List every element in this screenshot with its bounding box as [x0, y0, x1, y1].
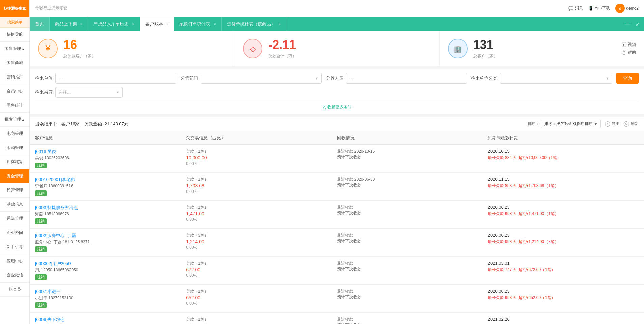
customer-name-link[interactable]: [0001020001]李老师 [35, 177, 75, 182]
filter-balance-input[interactable]: 选择... ▼ [55, 87, 123, 98]
search-menu[interactable]: 搜索菜单 [0, 17, 29, 28]
sidebar-item-会员中心[interactable]: 会员中心 [0, 84, 29, 98]
sidebar-item-采购管理[interactable]: 采购管理 [0, 141, 29, 155]
refresh-button[interactable]: ↻ 刷新 [624, 121, 639, 127]
filter-category-input[interactable]: ▼ [500, 73, 612, 84]
topbar-app-download[interactable]: 📱 App下载 [588, 5, 610, 11]
sidebar-item-快捷导航[interactable]: 快捷导航 [0, 28, 29, 42]
sidebar-item-基础信息[interactable]: 基础信息 [0, 198, 29, 212]
customer-name-link[interactable]: [0003]畅捷服务尹海燕 [35, 205, 78, 210]
customer-name-link[interactable]: [0002]服务中心_丁磊 [35, 233, 76, 238]
customer-name-link[interactable]: [0016]吴俊 [35, 149, 56, 154]
window-maximize-icon[interactable]: ⤢ [634, 21, 641, 27]
overdue-amount[interactable]: 超期¥1,471.00（1笔） [518, 211, 559, 216]
debt-amount: 652.00 [186, 295, 337, 300]
sidebar-nav: 快捷导航零售管理▲零售商城营销推广会员中心零售统计批发管理▲电商管理采购管理库存… [0, 28, 29, 324]
tabbar: 首页商品上下架×产成品入库单历史×客户账本×采购订单统计表×进货单统计表（按商品… [30, 17, 644, 31]
tab-close-icon[interactable]: × [214, 22, 216, 26]
tab-客户账本[interactable]: 客户账本× [140, 17, 174, 31]
debt-percent: 0.00% [186, 217, 337, 222]
sidebar-item-零售统计[interactable]: 零售统计 [0, 98, 29, 113]
overdue-text: 最长欠款 998 天 超期¥652.00（1笔） [488, 295, 639, 301]
tab-商品上下架[interactable]: 商品上下架× [50, 17, 88, 31]
tab-close-icon[interactable]: × [132, 22, 134, 26]
tab-产成品入库单历史[interactable]: 产成品入库单历史× [88, 17, 140, 31]
tab-close-icon[interactable]: × [166, 22, 168, 26]
filter-person-input[interactable]: ··· [346, 73, 467, 84]
sidebar-item-畅会员[interactable]: 畅会员 [0, 283, 29, 297]
overdue-text: 最长欠款 998 天 超期¥1,471.00（1笔） [488, 211, 639, 217]
overdue-amount[interactable]: 超期¥672.00（1笔） [518, 267, 555, 272]
filter-unit-dots: ··· [58, 76, 64, 81]
repayment-info-cell: 最近收款 预计下次收款 [337, 233, 488, 244]
debt-percent: 0.00% [186, 301, 337, 306]
sidebar-item-企业协同[interactable]: 企业协同 [0, 226, 29, 240]
logo-text: 畅捷通好生意 [4, 6, 26, 11]
video-action[interactable]: ▶ 视频 [622, 42, 636, 48]
export-icon: ○ [605, 121, 610, 127]
svg-text:◇: ◇ [250, 45, 256, 53]
sidebar-item-批发管理[interactable]: 批发管理▲ [0, 113, 29, 127]
repayment-info-cell: 最近收款 预计下次收款 [337, 261, 488, 272]
sidebar-item-企业微信[interactable]: 企业微信 [0, 268, 29, 283]
main-area: 母婴行业演示账套 💬 消息 📱 App下载 d demo2 首页商品上下架×产成… [30, 0, 644, 324]
sidebar-item-经营管理[interactable]: 经营管理 [0, 183, 29, 198]
sidebar-item-营销推广[interactable]: 营销推广 [0, 70, 29, 84]
refresh-icon: ↻ [624, 121, 629, 127]
due-date-cell: 2020.10.15 最长欠款 884 天 超期¥10,000.00（1笔） [488, 149, 639, 161]
sidebar-item-新手引导[interactable]: 新手引导 [0, 240, 29, 254]
repay-last: 最近收款 [337, 205, 488, 210]
tab-进货单统计表（按商品）[interactable]: 进货单统计表（按商品）× [222, 17, 286, 31]
tab-close-icon[interactable]: × [80, 22, 82, 26]
sidebar-item-零售商城[interactable]: 零售商城 [0, 56, 29, 70]
search-button[interactable]: 查询 [616, 73, 639, 84]
window-minimize-icon[interactable]: — [623, 21, 632, 27]
due-date-cell: 2021.03.01 最长欠款 747 天 超期¥672.00（1笔） [488, 261, 639, 273]
help-action[interactable]: ? 帮助 [622, 50, 636, 55]
sidebar-item-电商管理[interactable]: 电商管理 [0, 127, 29, 141]
customer-name-link[interactable]: [0006]去下粮仓 [35, 317, 65, 322]
debt-count: 欠款（1笔） [186, 289, 337, 294]
sidebar-item-零售管理[interactable]: 零售管理▲ [0, 42, 29, 56]
tab-首页[interactable]: 首页 [30, 17, 50, 31]
overdue-text: 最长欠款 998 天 超期¥1,214.00（3笔） [488, 239, 639, 245]
customer-info-cell: [0007]小进干 小进干 18279152100 现销 [35, 289, 186, 308]
customer-name-link[interactable]: [000002]用户2050 [35, 261, 71, 266]
table-row: [0003]畅捷服务尹海燕 海燕 18513066976 现销 欠款（1笔） 1… [30, 201, 644, 229]
filter-unit-input[interactable]: ··· [55, 73, 176, 84]
tab-采购订单统计表[interactable]: 采购订单统计表× [174, 17, 221, 31]
sort-button[interactable]: 排序：按欠款金额倒序排序 ▼ [541, 120, 601, 128]
sidebar-item-库存核算[interactable]: 库存核算 [0, 155, 29, 169]
filter-collapse[interactable]: ⋀ 收起更多条件 [35, 101, 639, 111]
sidebar-item-资金管理[interactable]: 资金管理 [0, 169, 29, 183]
overdue-amount[interactable]: 超期¥1,703.68（1笔） [518, 183, 559, 188]
filter-category-label: 往来单位分类 [471, 75, 497, 81]
svg-text:¥: ¥ [45, 43, 51, 53]
overdue-amount[interactable]: 超期¥1,214.00（3笔） [518, 239, 559, 244]
stat-label-debt: 欠款合计（万） [268, 53, 297, 59]
export-button[interactable]: ○ 导出 [605, 121, 620, 127]
customer-name-link[interactable]: [0007]小进干 [35, 289, 60, 294]
customer-phone: 李老师 18600391516 [35, 183, 186, 189]
due-date: 2020.06.23 [488, 233, 639, 238]
debt-info-cell: 欠款（1笔） 10,000.00 0.00% [186, 149, 337, 166]
sidebar-item-系统管理[interactable]: 系统管理 [0, 212, 29, 226]
debt-percent: 0.00% [186, 245, 337, 250]
customer-phone: 海燕 18513066976 [35, 211, 186, 217]
filter-row-2: 往来余额 选择... ▼ [35, 87, 639, 98]
repay-next: 预计下次收款 [337, 322, 488, 324]
overdue-amount[interactable]: 超期¥652.00（1笔） [518, 295, 555, 300]
tab-close-icon[interactable]: × [279, 22, 281, 26]
filter-row-1: 往来单位 ··· 分管部门 ▼ 分管人员 ··· [35, 73, 639, 84]
collapse-chevron-icon: ⋀ [323, 105, 326, 110]
debt-info-cell: 欠款（3笔） 1,214.00 0.00% [186, 233, 337, 250]
tabbar-end: — ⤢ [621, 21, 644, 27]
sidebar-item-应用中心[interactable]: 应用中心 [0, 254, 29, 268]
topbar-user[interactable]: d demo2 [615, 4, 639, 13]
topbar-message[interactable]: 💬 消息 [568, 5, 583, 11]
customer-tag: 现销 [35, 274, 47, 280]
stat-label-total: 总客户（家） [473, 53, 498, 59]
filter-dept-input[interactable]: ▼ [201, 73, 322, 84]
overdue-amount[interactable]: 超期¥10,000.00（1笔） [518, 155, 561, 160]
stat-value-debtors: 16 [63, 38, 96, 52]
